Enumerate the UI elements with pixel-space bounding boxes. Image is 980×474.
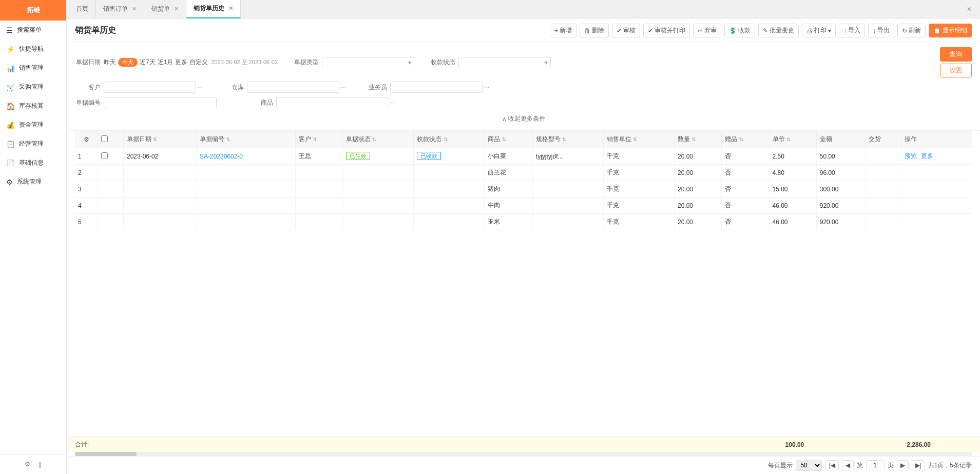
shortcut-custom[interactable]: 自定义 bbox=[189, 58, 208, 67]
row1-customer: 王总 bbox=[295, 148, 342, 165]
batch-change-icon: ✎ bbox=[763, 27, 768, 34]
sidebar-item-quick-nav[interactable]: ⚡ 快捷导航 bbox=[0, 40, 66, 58]
sidebar-item-operation-mgmt[interactable]: 📋 经营管理 bbox=[0, 134, 66, 153]
row2-date bbox=[123, 165, 196, 181]
date-filter-label: 单据日期 bbox=[75, 58, 101, 67]
payment-filter-label: 收款状态 bbox=[430, 58, 455, 67]
filter-group-date: 单据日期 昨天 今天 近7天 近1月 更多 自定义 2023-06-02 至 2… bbox=[75, 58, 278, 67]
tab-sales-order-close[interactable]: ✕ bbox=[132, 6, 137, 12]
next-page-button[interactable]: ▶ bbox=[897, 460, 909, 470]
refresh-button[interactable]: ↻ 刷新 bbox=[897, 24, 926, 37]
select-all-checkbox[interactable] bbox=[101, 135, 108, 142]
sidebar-item-base-info[interactable]: 📄 基础信息 bbox=[0, 153, 66, 172]
col-unit-header[interactable]: 销售单位 ⇅ bbox=[603, 131, 674, 148]
sidebar-item-sales-mgmt[interactable]: 📊 销售管理 bbox=[0, 58, 66, 77]
audit-print-button[interactable]: ✔ 审核并打印 bbox=[643, 24, 690, 37]
col-paystatus-header[interactable]: 收款状态 ⇅ bbox=[414, 131, 485, 148]
shortcut-1month[interactable]: 近1月 bbox=[158, 58, 174, 67]
col-docno-header[interactable]: 单据编号 ⇅ bbox=[196, 131, 295, 148]
col-gear[interactable]: ⚙ bbox=[75, 131, 98, 148]
type-select-wrap bbox=[322, 57, 414, 68]
row3-docstatus bbox=[343, 181, 414, 198]
col-price-header[interactable]: 单价 ⇅ bbox=[769, 131, 816, 148]
row1-more-link[interactable]: 更多 bbox=[921, 152, 933, 160]
sidebar-settings-icon[interactable]: ⚙ bbox=[25, 461, 30, 468]
collapse-button[interactable]: ∧ 收起更多条件 bbox=[75, 112, 972, 125]
warehouse-input[interactable] bbox=[247, 82, 339, 93]
delete-button[interactable]: 🗑 删除 bbox=[580, 24, 609, 37]
col-customer-header[interactable]: 客户 ⇅ bbox=[295, 131, 342, 148]
warehouse-more-icon[interactable]: ··· bbox=[341, 84, 346, 91]
row3-checkbox[interactable] bbox=[98, 181, 124, 198]
prev-page-button[interactable]: ◀ bbox=[842, 460, 854, 470]
row4-customer bbox=[295, 198, 342, 214]
collect-button[interactable]: 💲 收款 bbox=[724, 24, 755, 37]
sidebar-item-inventory-calc[interactable]: 🏠 库存核算 bbox=[0, 96, 66, 115]
shortcut-more[interactable]: 更多 bbox=[175, 58, 187, 67]
row3-goods: 猪肉 bbox=[485, 181, 533, 198]
row1-checkbox[interactable] bbox=[98, 148, 124, 165]
col-qty-header[interactable]: 数量 ⇅ bbox=[674, 131, 721, 148]
setup-button[interactable]: 设置 bbox=[940, 64, 972, 77]
tab-sales-history[interactable]: 销货单历史 ✕ bbox=[186, 0, 241, 18]
row1-docno-link[interactable]: SA-20230602-0 bbox=[200, 153, 243, 160]
row5-no: 5 bbox=[75, 214, 98, 230]
col-gift-header[interactable]: 赠品 ⇅ bbox=[722, 131, 769, 148]
window-close-button[interactable]: ✕ bbox=[960, 6, 978, 13]
sidebar-item-label: 采购管理 bbox=[19, 83, 44, 91]
query-button[interactable]: 查询 bbox=[940, 47, 972, 62]
salesperson-more-icon[interactable]: ··· bbox=[484, 84, 489, 91]
horizontal-scrollbar[interactable] bbox=[75, 452, 972, 456]
row4-checkbox[interactable] bbox=[98, 198, 124, 214]
goods-more-icon[interactable]: ··· bbox=[391, 99, 396, 106]
tab-sales-order[interactable]: 销售订单 ✕ bbox=[96, 0, 144, 18]
add-button[interactable]: + 新增 bbox=[550, 24, 577, 37]
payment-select[interactable] bbox=[458, 57, 551, 68]
current-page-input[interactable] bbox=[866, 460, 885, 470]
shortcut-7days[interactable]: 近7天 bbox=[140, 58, 156, 67]
show-detail-button[interactable]: 📋 显示明细 bbox=[929, 24, 972, 37]
type-select[interactable] bbox=[322, 57, 414, 68]
sidebar-item-system-mgmt[interactable]: ⚙ 系统管理 bbox=[0, 172, 66, 191]
last-page-button[interactable]: ▶| bbox=[912, 460, 925, 470]
col-date-header[interactable]: 单据日期 ⇅ bbox=[123, 131, 196, 148]
row1-preview-link[interactable]: 预览 bbox=[905, 152, 917, 160]
export-button[interactable]: ↓ 导出 bbox=[868, 24, 894, 37]
sidebar-item-search-menu[interactable]: ☰ 搜索菜单 bbox=[0, 21, 66, 40]
shortcut-yesterday[interactable]: 昨天 bbox=[104, 58, 116, 67]
row1-checkbox-input[interactable] bbox=[101, 152, 108, 159]
shortcut-today[interactable]: 今天 bbox=[118, 58, 138, 67]
batch-change-button[interactable]: ✎ 批量变更 bbox=[758, 24, 799, 37]
sidebar-collapse-icon[interactable]: ‖ bbox=[39, 461, 42, 468]
col-checkbox-header[interactable] bbox=[98, 131, 124, 148]
row4-goods: 牛肉 bbox=[485, 198, 533, 214]
tab-home[interactable]: 首页 bbox=[69, 0, 96, 18]
col-amount-header[interactable]: 金额 bbox=[816, 131, 865, 148]
docno-input[interactable] bbox=[104, 97, 217, 108]
first-page-button[interactable]: |◀ bbox=[825, 460, 838, 470]
col-docstatus-header[interactable]: 单据状态 ⇅ bbox=[343, 131, 414, 148]
row2-checkbox[interactable] bbox=[98, 165, 124, 181]
col-goods-header[interactable]: 商品 ⇅ bbox=[485, 131, 533, 148]
customer-more-icon[interactable]: ··· bbox=[198, 84, 203, 91]
spec-sort-icon: ⇅ bbox=[562, 136, 566, 142]
row5-checkbox[interactable] bbox=[98, 214, 124, 230]
import-button[interactable]: ↑ 导入 bbox=[839, 24, 865, 37]
col-spec-header[interactable]: 规格型号 ⇅ bbox=[532, 131, 603, 148]
sidebar-item-purchase-mgmt[interactable]: 🛒 采购管理 bbox=[0, 77, 66, 96]
scrollbar-thumb[interactable] bbox=[75, 452, 137, 456]
salesperson-input[interactable] bbox=[390, 82, 483, 93]
goods-input[interactable] bbox=[276, 97, 389, 108]
row4-actions bbox=[901, 198, 972, 214]
col-transaction-header[interactable]: 交货 bbox=[865, 131, 901, 148]
print-button[interactable]: 🖨 打印 ▾ bbox=[802, 24, 836, 37]
row1-docno[interactable]: SA-20230602-0 bbox=[196, 148, 295, 165]
tab-sales-history-close[interactable]: ✕ bbox=[228, 5, 233, 12]
tab-sales-invoice-close[interactable]: ✕ bbox=[174, 6, 179, 12]
tab-sales-invoice[interactable]: 销货单 ✕ bbox=[144, 0, 186, 18]
audit-button[interactable]: ✔ 审核 bbox=[612, 24, 640, 37]
customer-input[interactable] bbox=[104, 82, 196, 93]
abandon-button[interactable]: ↩ 弃审 bbox=[693, 24, 721, 37]
page-size-select[interactable]: 50 100 200 bbox=[796, 460, 822, 471]
sidebar-item-fund-mgmt[interactable]: 💰 资金管理 bbox=[0, 115, 66, 134]
